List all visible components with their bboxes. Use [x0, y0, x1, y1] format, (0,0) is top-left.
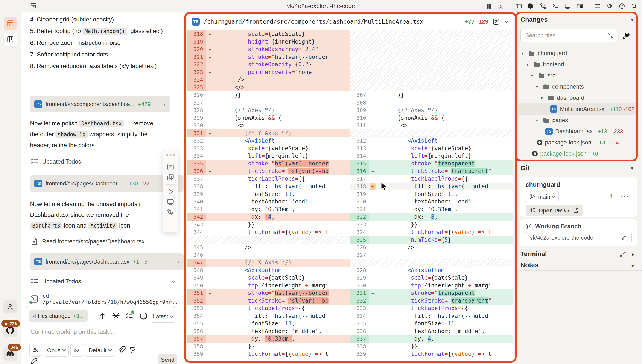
- composer-input[interactable]: Continue working on this task...: [31, 328, 114, 335]
- copy-icon[interactable]: [166, 173, 175, 181]
- tree-expand-icon[interactable]: ▾: [536, 84, 540, 89]
- diff-marker: [369, 137, 377, 145]
- working-branch-field[interactable]: vk/4e2a-explore-the-code: [526, 232, 632, 244]
- updated-todos-row[interactable]: Updated Todos: [30, 158, 81, 166]
- drag-handle-icon[interactable]: [166, 154, 175, 156]
- ahead-count[interactable]: ↑ 1: [605, 193, 613, 200]
- pause-icon[interactable]: [485, 2, 492, 10]
- tree-expand-icon[interactable]: ▾: [521, 51, 526, 56]
- line-number: 324: [187, 76, 206, 84]
- tree-expand-icon[interactable]: ▾: [536, 118, 540, 123]
- tree-folder-pages[interactable]: ▾pages: [518, 114, 636, 126]
- tree-folder-src[interactable]: ▾src: [518, 70, 636, 81]
- tree-expand-icon[interactable]: ▾: [526, 62, 531, 67]
- cat-icon[interactable]: [128, 345, 137, 354]
- read-file-row[interactable]: Read frontend/src/pages/Dashboard.tsx: [30, 237, 145, 246]
- spark-icon[interactable]: [112, 311, 121, 320]
- tree-folder-dashboard[interactable]: ▾dashboard: [518, 92, 636, 104]
- changes-collapse-icon[interactable]: ▾: [631, 17, 633, 23]
- model-dropdown[interactable]: Opus: [44, 344, 69, 357]
- terminal-icon[interactable]: [552, 2, 559, 10]
- monitor-icon[interactable]: [166, 198, 175, 206]
- monitor-icon[interactable]: [564, 2, 571, 10]
- file-change-chip[interactable]: TS frontend/src/pages/Dashboar... +130 -…: [30, 175, 184, 192]
- more-menu[interactable]: ···: [620, 192, 629, 200]
- chevron-down-icon[interactable]: [172, 279, 176, 283]
- tree-file-package-lock.json[interactable]: package-lock.json+61 -104: [518, 137, 636, 148]
- diff-marker: [369, 206, 377, 213]
- rail-layout-button[interactable]: [4, 17, 17, 30]
- collapse-up-icon[interactable]: [497, 2, 505, 10]
- open-pr-button[interactable]: Open PR #7: [526, 205, 583, 216]
- terminal-section-title[interactable]: Terminal: [520, 250, 547, 258]
- branch-dropdown[interactable]: main: [526, 191, 559, 202]
- code-line: tickFormat={(value) => f: [214, 228, 350, 236]
- line-number: 312: [350, 137, 369, 145]
- diff-code-row: 312 <AxisLeft: [350, 137, 513, 145]
- chat-bubble-icon[interactable]: [527, 2, 534, 10]
- assistant-list-item: 4. Cleaner grid (subtler opacity): [30, 14, 168, 25]
- git-compare-icon[interactable]: [539, 2, 547, 10]
- composer-settings-button[interactable]: [29, 344, 42, 357]
- file-change-chip[interactable]: TS frontend/src/components/dashboa... +4…: [30, 96, 170, 112]
- add-comment-button[interactable]: +: [370, 183, 376, 190]
- rail-kanban-button[interactable]: [4, 32, 17, 46]
- tree-folder-frontend[interactable]: ▾frontend: [518, 59, 636, 70]
- tree-file-Dashboard.tsx[interactable]: TSDashboard.tsx+131 -233: [518, 126, 636, 137]
- collapse-tree-icon[interactable]: [607, 32, 614, 39]
- diff-editor-icon[interactable]: [492, 18, 500, 26]
- changes-section-title[interactable]: Changes: [520, 16, 548, 23]
- folder-icon: [543, 117, 550, 123]
- mode-label: Default: [89, 347, 106, 354]
- expand-icon[interactable]: [620, 251, 626, 258]
- code-line: stroke="hsl(var(--border: [214, 160, 350, 168]
- tree-expand-icon[interactable]: ▾: [541, 96, 545, 100]
- version-dropdown[interactable]: Latest: [151, 310, 175, 323]
- file-path: frontend/src/pages/Dashboar...: [46, 180, 122, 187]
- tree-file-MultiLineArea.tsx[interactable]: TSMultiLineArea.tsx+110 -162: [518, 104, 636, 114]
- terminal-expand-icon[interactable]: ▸: [632, 251, 635, 257]
- tree-expand-icon[interactable]: ▾: [531, 73, 535, 78]
- rail-account-button[interactable]: [4, 300, 17, 313]
- menu-icon[interactable]: [594, 2, 601, 10]
- play-icon[interactable]: [166, 188, 175, 196]
- notes-expand-icon[interactable]: ▸: [632, 262, 634, 268]
- attachment-icon[interactable]: [117, 345, 126, 354]
- code-line: fontSize: 11,: [377, 190, 513, 198]
- line-number: 337: [350, 335, 369, 343]
- diff-marker: [206, 343, 214, 350]
- collapse-diff-icon[interactable]: [505, 19, 508, 23]
- tree-file-package-lock.json[interactable]: package-lock.json+6: [518, 148, 636, 159]
- tree-item-label: frontend: [543, 61, 564, 68]
- send-button[interactable]: Send: [158, 354, 177, 364]
- updated-todos-row[interactable]: Updated Todos: [30, 277, 175, 286]
- git-section-title[interactable]: Git: [520, 164, 529, 172]
- megaphone-icon[interactable]: [606, 2, 613, 10]
- diff-editor-icon[interactable]: [166, 163, 175, 171]
- notes-section-title[interactable]: Notes: [520, 262, 538, 269]
- code-line: top={innerHeight + margi: [377, 282, 513, 290]
- mode-dropdown[interactable]: Default: [85, 344, 115, 357]
- panel-right-icon[interactable]: [576, 2, 583, 10]
- tree-folder-components[interactable]: ▾components: [518, 81, 636, 92]
- code-line: fill: 'hsl(var(--muted: [214, 183, 350, 190]
- pen-icon[interactable]: [30, 356, 39, 364]
- panel-left-icon[interactable]: [515, 2, 522, 10]
- assistant-list-item: 5. Better tooltip (no Math.random(), gla…: [30, 26, 168, 37]
- files-changed-chip[interactable]: 4 files changed +3...: [29, 310, 88, 322]
- search-input[interactable]: [525, 30, 603, 40]
- terminal-command-row[interactable]: cd /private/var/folders/10/h7w0q46556ggr…: [30, 293, 185, 305]
- tree-folder-churnguard[interactable]: ▾churnguard: [518, 48, 636, 59]
- todos-status-icon[interactable]: [125, 311, 134, 320]
- diff-code-row: 308: [350, 99, 513, 107]
- settings-icon[interactable]: [630, 2, 638, 10]
- git-compare-icon[interactable]: [166, 208, 175, 216]
- fast-forward-button[interactable]: [71, 344, 83, 357]
- help-icon[interactable]: [618, 2, 625, 10]
- pencil-icon[interactable]: [621, 234, 627, 241]
- git-collapse-icon[interactable]: ▾: [631, 165, 633, 171]
- cat-icon[interactable]: [622, 31, 632, 41]
- scroll-up-icon[interactable]: [98, 311, 107, 320]
- file-change-chip[interactable]: TS frontend/src/pages/Dashboard.tsx +1 -…: [30, 253, 184, 270]
- diff-code-row: 317 tickLabelProps={{: [350, 175, 513, 183]
